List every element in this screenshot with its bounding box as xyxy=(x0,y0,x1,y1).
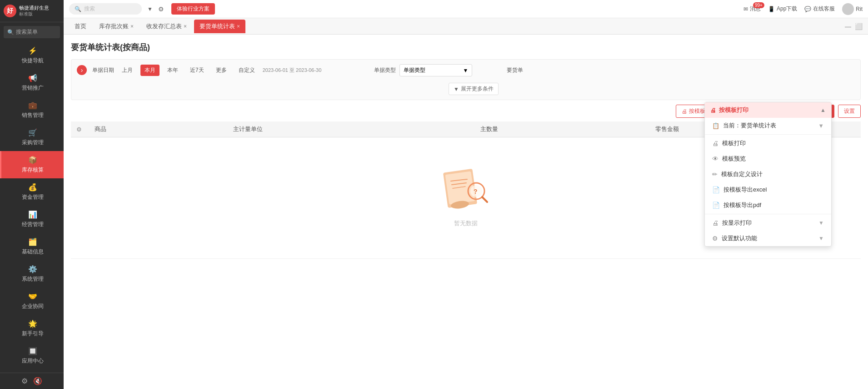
template-print-item[interactable]: 🖨 模板打印 xyxy=(705,136,831,151)
divider-1 xyxy=(705,134,831,135)
current-template-icon: 📋 xyxy=(712,122,719,129)
default-func-icon: ⚙ xyxy=(712,235,718,242)
template-pdf-icon: 📄 xyxy=(712,202,720,209)
print-dropdown-header[interactable]: 🖨 按模板打印 ▲ xyxy=(705,102,831,118)
current-template-arrow: ▼ xyxy=(818,122,824,129)
main-area: 🔍 搜索 ▼ ⚙ 体验行业方案 ✉ 消息 99+ 📱 App下载 💬 在线客服 xyxy=(64,0,868,389)
divider-2 xyxy=(705,214,831,214)
default-func-label-area: ⚙ 设置默认功能 xyxy=(712,234,757,242)
template-print-icon: 🖨 xyxy=(712,140,718,147)
default-func-item[interactable]: ⚙ 设置默认功能 ▼ xyxy=(705,231,831,246)
template-preview-item[interactable]: 👁 模板预览 xyxy=(705,151,831,167)
display-print-icon: 🖨 xyxy=(712,219,718,227)
print-dropdown-collapse[interactable]: ▲ xyxy=(820,107,826,113)
page-content: 要货单统计表(按商品) › 单据日期 上月 本月 本年 近7天 更多 自定义 2… xyxy=(64,35,868,389)
print-dropdown-title: 按模板打印 xyxy=(719,106,748,114)
print-dropdown-title-area: 🖨 按模板打印 xyxy=(710,106,748,114)
template-preview-icon: 👁 xyxy=(712,155,718,162)
template-design-item[interactable]: ✏ 模板自定义设计 xyxy=(705,167,831,182)
print-header-icon: 🖨 xyxy=(710,107,716,114)
default-func-arrow: ▼ xyxy=(818,235,824,242)
template-pdf-item[interactable]: 📄 按模板导出pdf xyxy=(705,197,831,213)
current-template-label: 当前：要货单统计表 xyxy=(723,121,776,130)
print-dropdown: 🖨 按模板打印 ▲ 📋 当前：要货单统计表 ▼ 🖨 模板打印 👁 模板预览 xyxy=(704,102,832,247)
display-print-label-area: 🖨 按显示打印 xyxy=(712,219,752,227)
display-print-item[interactable]: 🖨 按显示打印 ▼ xyxy=(705,215,831,231)
template-design-icon: ✏ xyxy=(712,171,718,178)
current-template-item[interactable]: 📋 当前：要货单统计表 ▼ xyxy=(705,118,831,133)
template-excel-icon: 📄 xyxy=(712,186,720,193)
display-print-arrow: ▼ xyxy=(818,220,824,226)
template-excel-item[interactable]: 📄 按模板导出excel xyxy=(705,182,831,197)
